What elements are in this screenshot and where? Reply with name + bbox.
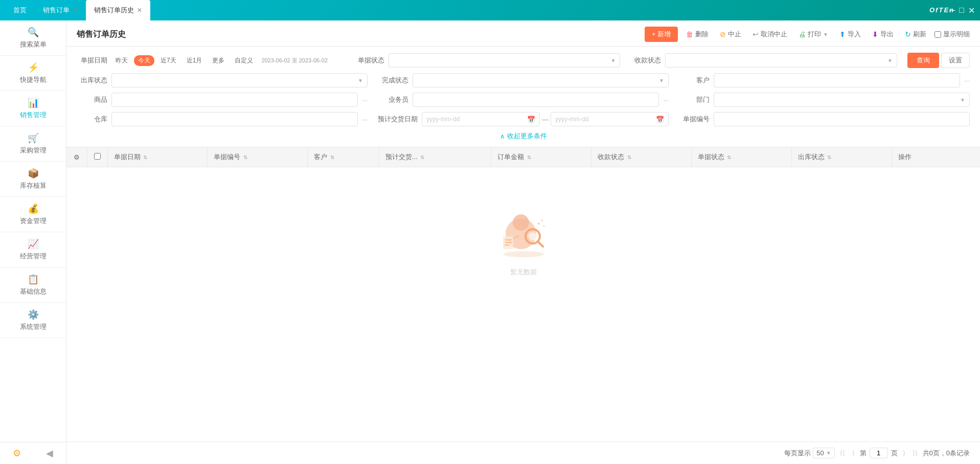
salesperson-input[interactable] bbox=[413, 93, 659, 107]
order-status-select[interactable]: ▼ bbox=[389, 53, 621, 68]
th-settings[interactable]: ⚙ bbox=[66, 147, 87, 167]
th-operation: 操作 bbox=[892, 147, 980, 167]
customer-filter-label: 客户 bbox=[679, 76, 710, 85]
department-select[interactable]: ▼ bbox=[714, 93, 970, 107]
tab-sales-order[interactable]: 销售订单 ✕ bbox=[35, 0, 86, 20]
sidebar-item-quick-nav[interactable]: ⚡ 快捷导航 bbox=[0, 56, 66, 91]
page-input[interactable] bbox=[870, 448, 888, 458]
date-tab-7days[interactable]: 近7天 bbox=[156, 55, 180, 66]
empty-state-cell: 暂无数据 bbox=[66, 167, 980, 318]
sort-number-icon[interactable]: ⇅ bbox=[243, 154, 247, 160]
sidebar-item-fund-mgmt[interactable]: 💰 资金管理 bbox=[0, 197, 66, 232]
close-tab-sales-order[interactable]: ✕ bbox=[73, 7, 78, 14]
sort-amount-icon[interactable]: ⇅ bbox=[527, 154, 531, 160]
customer-dots-icon[interactable]: ··· bbox=[964, 77, 970, 84]
sort-date-icon[interactable]: ⇅ bbox=[143, 154, 147, 160]
th-check[interactable] bbox=[87, 147, 107, 167]
stop-button[interactable]: ⊘ 中止 bbox=[717, 28, 744, 41]
refresh-icon: ↻ bbox=[905, 30, 911, 38]
payment-status-select[interactable]: ▼ bbox=[665, 53, 897, 68]
first-page-button[interactable]: ⟨⟨ bbox=[838, 448, 847, 458]
expected-date-end-calendar-icon[interactable]: 📅 bbox=[656, 116, 664, 123]
order-number-input[interactable] bbox=[714, 112, 970, 126]
delete-button[interactable]: 🗑 删除 bbox=[683, 28, 712, 41]
date-tab-today[interactable]: 今天 bbox=[134, 55, 154, 66]
sort-payment-status-icon[interactable]: ⇅ bbox=[627, 154, 631, 160]
prev-page-button[interactable]: ⟨ bbox=[850, 448, 857, 458]
next-page-button[interactable]: ⟩ bbox=[901, 448, 907, 458]
expected-date-start[interactable]: yyyy-mm-dd 📅 bbox=[422, 112, 540, 126]
sort-expected-date-icon[interactable]: ⇅ bbox=[420, 154, 424, 160]
filter-group-order-number: 单据编号 bbox=[679, 112, 970, 126]
sidebar-bottom: ⚙ ◀ bbox=[0, 442, 66, 464]
expected-date-end[interactable]: yyyy-mm-dd 📅 bbox=[551, 112, 669, 126]
sidebar-settings-icon[interactable]: ⚙ bbox=[13, 448, 21, 459]
warehouse-input[interactable] bbox=[111, 112, 358, 126]
svg-point-4 bbox=[529, 232, 537, 240]
customer-control: ··· bbox=[714, 73, 970, 87]
maximize-icon[interactable]: □ bbox=[959, 6, 964, 15]
add-button[interactable]: + 新增 bbox=[645, 27, 678, 42]
sidebar-item-purchase-mgmt[interactable]: 🛒 采购管理 bbox=[0, 126, 66, 162]
sort-order-status-icon[interactable]: ⇅ bbox=[727, 154, 731, 160]
sidebar-item-system-mgmt[interactable]: ⚙️ 系统管理 bbox=[0, 303, 66, 338]
per-page-select[interactable]: 50 ▼ bbox=[813, 448, 834, 458]
cancel-stop-button[interactable]: ↩ 取消中止 bbox=[749, 28, 790, 41]
svg-line-5 bbox=[538, 241, 543, 247]
window-close-icon[interactable]: ✕ bbox=[968, 6, 975, 15]
date-tab-custom[interactable]: 自定义 bbox=[231, 55, 257, 66]
import-button[interactable]: ⬆ 导入 bbox=[836, 28, 864, 41]
filter-group-warehouse: 仓库 ··· bbox=[77, 112, 368, 126]
th-customer: 客户 ⇅ bbox=[308, 147, 379, 167]
last-page-button[interactable]: ⟩⟩ bbox=[910, 448, 920, 458]
filter-area: 单据日期 昨天 今天 近7天 近1月 更多 自定义 2023-06-02 至 2… bbox=[66, 47, 980, 147]
print-icon: 🖨 bbox=[799, 30, 806, 38]
customer-input[interactable] bbox=[714, 73, 960, 87]
date-tab-yesterday[interactable]: 昨天 bbox=[111, 55, 132, 66]
close-tab-sales-order-history[interactable]: ✕ bbox=[137, 7, 142, 14]
date-tab-more[interactable]: 更多 bbox=[208, 55, 229, 66]
delivery-status-select[interactable]: ▼ bbox=[111, 73, 368, 87]
product-dots-icon[interactable]: ··· bbox=[362, 96, 368, 104]
expected-date-start-calendar-icon[interactable]: 📅 bbox=[527, 116, 535, 123]
show-detail-checkbox-label[interactable]: 显示明细 bbox=[935, 30, 970, 39]
sort-customer-icon[interactable]: ⇅ bbox=[330, 154, 334, 160]
expected-date-filter-label: 预计交货日期 bbox=[378, 115, 418, 124]
svg-point-0 bbox=[503, 251, 544, 257]
tab-home[interactable]: 首页 bbox=[5, 0, 35, 20]
sidebar: 🔍 搜索菜单 ⚡ 快捷导航 📊 销售管理 🛒 采购管理 📦 库存核算 💰 资金管… bbox=[0, 20, 66, 464]
sidebar-item-sales-mgmt[interactable]: 📊 销售管理 bbox=[0, 91, 66, 126]
date-range-display: 2023-06-02 至 2023-06-02 bbox=[261, 57, 328, 64]
table-settings-icon[interactable]: ⚙ bbox=[74, 153, 80, 161]
show-detail-checkbox[interactable] bbox=[935, 31, 941, 38]
settings-button[interactable]: 设置 bbox=[941, 53, 970, 68]
payment-status-control: ▼ bbox=[665, 53, 897, 68]
select-all-checkbox[interactable] bbox=[94, 153, 101, 160]
completion-status-control: ▼ bbox=[413, 73, 669, 87]
empty-state-text: 暂无数据 bbox=[510, 268, 537, 277]
quick-nav-icon: ⚡ bbox=[28, 62, 39, 73]
collapse-filters-row[interactable]: ∧ 收起更多条件 bbox=[77, 131, 970, 141]
salesperson-dots-icon[interactable]: ··· bbox=[663, 96, 669, 104]
date-tab-1month[interactable]: 近1月 bbox=[183, 55, 207, 66]
sidebar-collapse-icon[interactable]: ◀ bbox=[46, 448, 53, 459]
completion-status-select[interactable]: ▼ bbox=[413, 73, 669, 87]
th-number: 单据编号 ⇅ bbox=[208, 147, 308, 167]
empty-state: 暂无数据 bbox=[66, 167, 980, 318]
query-button[interactable]: 查询 bbox=[907, 53, 939, 68]
warehouse-filter-label: 仓库 bbox=[77, 115, 107, 124]
refresh-button[interactable]: ↻ 刷新 bbox=[902, 28, 929, 41]
sidebar-item-base-info[interactable]: 📋 基础信息 bbox=[0, 268, 66, 303]
sidebar-item-operation-mgmt[interactable]: 📈 经营管理 bbox=[0, 232, 66, 268]
print-button[interactable]: 🖨 打印 ▼ bbox=[795, 28, 831, 41]
sort-delivery-status-icon[interactable]: ⇅ bbox=[827, 154, 831, 160]
date-filter-label: 单据日期 bbox=[77, 56, 107, 65]
sidebar-item-search-menu[interactable]: 🔍 搜索菜单 bbox=[0, 20, 66, 56]
salesperson-control: ··· bbox=[413, 93, 669, 107]
export-button[interactable]: ⬇ 导出 bbox=[869, 28, 897, 41]
table-body: 暂无数据 bbox=[66, 167, 980, 318]
sidebar-item-stock-mgmt[interactable]: 📦 库存核算 bbox=[0, 162, 66, 197]
tab-sales-order-history[interactable]: 销售订单历史 ✕ bbox=[86, 0, 150, 20]
product-input[interactable] bbox=[111, 93, 358, 107]
warehouse-dots-icon[interactable]: ··· bbox=[362, 116, 368, 123]
